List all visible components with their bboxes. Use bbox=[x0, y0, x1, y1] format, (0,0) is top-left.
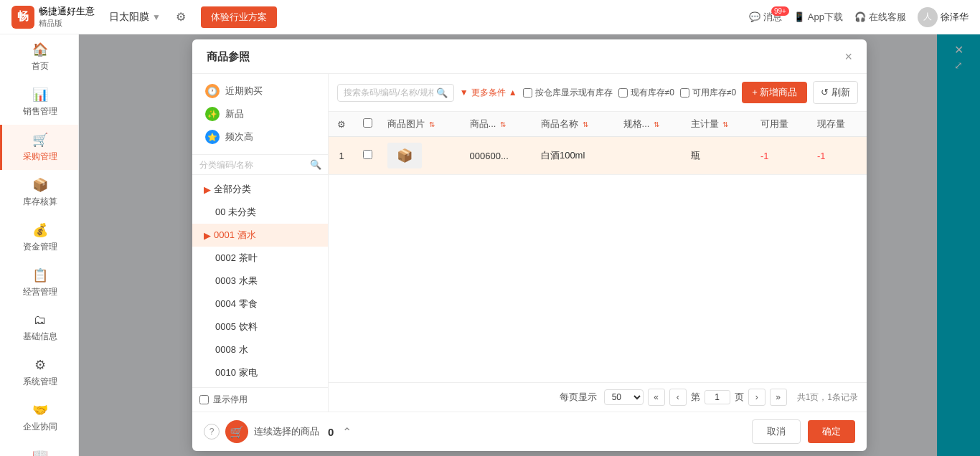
check-available-label[interactable]: 可用库存≠0 bbox=[680, 87, 736, 99]
cat-item-unclassified[interactable]: 00 未分类 bbox=[192, 201, 328, 224]
sidebar-item-home[interactable]: 🏠 首页 bbox=[0, 34, 78, 80]
product-table-wrap: ⚙ 商品图片 ⇅ bbox=[329, 112, 867, 382]
help-button[interactable]: ? bbox=[204, 424, 220, 440]
th-stock: 现存量 bbox=[810, 112, 867, 137]
sidebar-item-operations[interactable]: 📋 经营管理 bbox=[0, 260, 78, 305]
collapse-up-button[interactable]: ⌃ bbox=[342, 425, 352, 439]
product-search-icon[interactable]: 🔍 bbox=[436, 87, 448, 98]
enterprise-icon: 🤝 bbox=[32, 402, 48, 418]
cat-item-tea[interactable]: 0002 茶叶 bbox=[192, 247, 328, 270]
guide-icon: 📖 bbox=[32, 447, 48, 456]
page-size-select[interactable]: 50 10 20 100 bbox=[604, 389, 644, 405]
quick-filter-recent[interactable]: 🕐 近期购买 bbox=[199, 80, 321, 103]
add-product-button[interactable]: + 新增商品 bbox=[742, 82, 807, 103]
th-spec[interactable]: 规格... ⇅ bbox=[616, 112, 684, 137]
system-icon: ⚙ bbox=[34, 357, 46, 373]
cat-item-liquor[interactable]: ▶ 0001 酒水 bbox=[192, 224, 328, 247]
sidebar-item-sales[interactable]: 📊 销售管理 bbox=[0, 80, 78, 125]
phone-icon: 📱 bbox=[793, 11, 805, 22]
navbar: 畅 畅捷通好生意 精品版 日太阳膜 ▼ ⚙ 体验行业方案 💬 消息 99+ 📱 … bbox=[0, 0, 980, 34]
trial-button[interactable]: 体验行业方案 bbox=[201, 6, 277, 28]
modal-body: 🕐 近期购买 ✨ 新品 ⭐ 频次高 bbox=[192, 74, 867, 412]
first-page-button[interactable]: « bbox=[648, 389, 665, 406]
cat-item-fruit[interactable]: 0003 水果 bbox=[192, 270, 328, 293]
show-disabled-label[interactable]: 显示停用 bbox=[199, 394, 321, 406]
refresh-button[interactable]: ↺ 刷新 bbox=[813, 81, 858, 104]
cat-label-unclassified: 00 未分类 bbox=[215, 206, 256, 219]
sidebar-item-basic[interactable]: 🗂 基础信息 bbox=[0, 305, 78, 350]
check-nonzero-text: 现有库存≠0 bbox=[631, 87, 674, 99]
td-available: -1 bbox=[753, 137, 810, 175]
th-unit[interactable]: 主计量 ⇅ bbox=[684, 112, 753, 137]
more-filters-button[interactable]: ▼ 更多条件 ▲ bbox=[460, 87, 517, 99]
settings-button[interactable]: ⚙ bbox=[169, 6, 192, 29]
sidebar-item-guide[interactable]: 📖 新手引导 bbox=[0, 440, 78, 456]
freq-icon: ⭐ bbox=[205, 130, 220, 144]
page-number-input[interactable] bbox=[705, 390, 730, 404]
cat-label-drinks: 0005 饮料 bbox=[215, 320, 258, 333]
product-image: 📦 bbox=[387, 143, 422, 168]
sidebar-item-inventory[interactable]: 📦 库存核算 bbox=[0, 170, 78, 215]
category-search-input[interactable] bbox=[199, 160, 307, 170]
row-checkbox[interactable] bbox=[363, 150, 372, 159]
message-button[interactable]: 💬 消息 99+ bbox=[749, 11, 782, 24]
sidebar-item-system[interactable]: ⚙ 系统管理 bbox=[0, 350, 78, 395]
cancel-button[interactable]: 取消 bbox=[752, 419, 801, 444]
headset-icon: 🎧 bbox=[854, 11, 866, 22]
cat-label-appliances: 0010 家电 bbox=[215, 366, 258, 379]
table-header-row: ⚙ 商品图片 ⇅ bbox=[329, 112, 867, 137]
cat-item-appliances[interactable]: 0010 家电 bbox=[192, 361, 328, 384]
prev-page-button[interactable]: ‹ bbox=[669, 389, 687, 406]
cat-item-water[interactable]: 0008 水 bbox=[192, 338, 328, 361]
sidebar-label-enterprise: 企业协同 bbox=[23, 421, 57, 433]
store-selector[interactable]: 日太阳膜 ▼ bbox=[109, 11, 161, 24]
cat-label-all: 全部分类 bbox=[214, 183, 251, 196]
confirm-button[interactable]: 确定 bbox=[808, 420, 855, 443]
cat-item-all[interactable]: ▶ 全部分类 bbox=[192, 178, 328, 201]
app-label: App下载 bbox=[808, 11, 843, 24]
modal-footer: ? 🛒 连续选择的商品 0 ⌃ 取消 确定 bbox=[192, 412, 867, 451]
cat-item-snacks[interactable]: 0004 零食 bbox=[192, 293, 328, 315]
check-available[interactable] bbox=[680, 88, 689, 98]
cat-item-drinks[interactable]: 0005 饮料 bbox=[192, 315, 328, 338]
th-settings[interactable]: ⚙ bbox=[329, 112, 354, 137]
help-icon-symbol: ? bbox=[209, 427, 215, 437]
th-code[interactable]: 商品... ⇅ bbox=[463, 112, 534, 137]
th-image: 商品图片 ⇅ bbox=[380, 112, 463, 137]
user-menu[interactable]: 人 徐泽华 bbox=[918, 7, 969, 27]
new-icon: ✨ bbox=[205, 107, 220, 121]
check-warehouse-label[interactable]: 按仓库显示现有库存 bbox=[523, 87, 613, 99]
category-panel: 🕐 近期购买 ✨ 新品 ⭐ 频次高 bbox=[192, 74, 329, 412]
operations-icon: 📋 bbox=[32, 267, 48, 283]
td-unit: 瓶 bbox=[684, 137, 753, 175]
show-disabled-checkbox[interactable] bbox=[199, 395, 209, 404]
th-name[interactable]: 商品名称 ⇅ bbox=[534, 112, 616, 137]
next-page-button[interactable]: › bbox=[748, 389, 765, 406]
check-warehouse[interactable] bbox=[523, 88, 532, 98]
sidebar-item-purchase[interactable]: 🛒 采购管理 bbox=[0, 125, 78, 170]
check-nonzero-label[interactable]: 现有库存≠0 bbox=[618, 87, 674, 99]
select-all-checkbox[interactable] bbox=[363, 118, 372, 128]
td-stock: -1 bbox=[810, 137, 867, 175]
quick-filter-new[interactable]: ✨ 新品 bbox=[199, 103, 321, 125]
cart-button[interactable]: 🛒 bbox=[225, 420, 248, 443]
app-download-button[interactable]: 📱 App下载 bbox=[793, 11, 843, 24]
sidebar-item-enterprise[interactable]: 🤝 企业协同 bbox=[0, 395, 78, 440]
modal-overlay: 商品参照 × 🕐 近期购买 ✨ bbox=[79, 34, 980, 456]
logo-text-block: 畅捷通好生意 精品版 bbox=[39, 5, 95, 29]
quick-filter-freq[interactable]: ⭐ 频次高 bbox=[199, 125, 321, 148]
sidebar-label-system: 系统管理 bbox=[23, 376, 57, 388]
product-reference-modal: 商品参照 × 🕐 近期购买 ✨ bbox=[192, 39, 867, 451]
online-service-button[interactable]: 🎧 在线客服 bbox=[854, 11, 906, 24]
check-nonzero[interactable] bbox=[618, 88, 628, 98]
sort-image-icon: ⇅ bbox=[429, 120, 435, 128]
sidebar-item-finance[interactable]: 💰 资金管理 bbox=[0, 215, 78, 260]
last-page-button[interactable]: » bbox=[770, 389, 787, 406]
td-checkbox[interactable] bbox=[354, 137, 380, 175]
product-search-input[interactable] bbox=[344, 87, 433, 98]
cat-expand-icon: ▶ bbox=[204, 184, 211, 195]
table-row[interactable]: 1 📦 000600... 白酒100ml bbox=[329, 137, 867, 175]
modal-close-button[interactable]: × bbox=[844, 49, 852, 65]
category-search-icon[interactable]: 🔍 bbox=[310, 159, 321, 170]
cat-label-water: 0008 水 bbox=[215, 343, 248, 356]
